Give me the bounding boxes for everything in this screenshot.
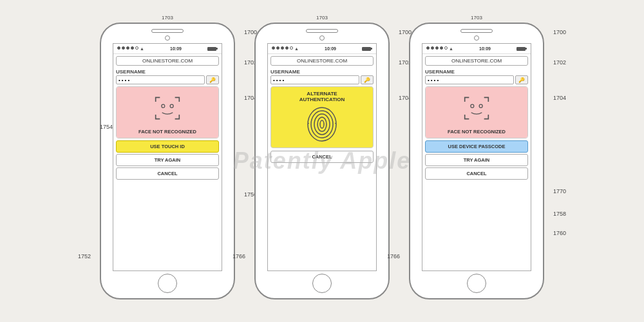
status-time-3: 10:09 xyxy=(479,46,491,51)
dot4 xyxy=(131,46,134,50)
phone-home-button-3[interactable] xyxy=(467,274,486,293)
svg-point-2 xyxy=(308,108,336,141)
dot2-5 xyxy=(290,46,293,50)
signal-dots-3: ▲ xyxy=(426,46,453,51)
phone-camera-3 xyxy=(474,35,479,41)
signal-dots-2: ▲ xyxy=(272,46,299,51)
cancel-button-2[interactable]: CANCEL xyxy=(270,151,374,163)
password-row-2: •••• 🔑 xyxy=(268,75,376,84)
svg-point-10 xyxy=(479,104,482,108)
fingerprint-card: ALTERNATE AUTHENTICATION xyxy=(270,86,374,148)
ref3-1704: 1704 xyxy=(553,95,566,101)
use-device-passcode-button[interactable]: USE DEVICE PASSCODE xyxy=(425,140,528,153)
ref-1754: 1754 xyxy=(100,124,113,130)
phone-top-3 xyxy=(410,24,543,41)
screen-2: ▲ 10:09 ONLINESTORE.COM USERNAME •••• 🔑 xyxy=(267,43,377,271)
svg-point-5 xyxy=(317,117,327,131)
status-bar-3: ▲ 10:09 xyxy=(422,44,531,54)
battery xyxy=(207,47,218,51)
password-dots: •••• xyxy=(118,77,131,83)
cancel-button-3[interactable]: CANCEL xyxy=(425,167,528,180)
try-again-button-3[interactable]: TRY AGAIN xyxy=(425,154,528,166)
face-icon-area-3 xyxy=(426,87,527,128)
dot5 xyxy=(135,46,138,50)
ref-1700: 1700 xyxy=(244,29,257,35)
dot2-4 xyxy=(285,46,289,50)
url-input-3[interactable]: ONLINESTORE.COM xyxy=(425,56,528,66)
key-button-3[interactable]: 🔑 xyxy=(515,75,528,84)
dot2-3 xyxy=(281,46,284,50)
status-time-2: 10:09 xyxy=(325,46,336,51)
ref3-1758: 1758 xyxy=(553,211,566,217)
cancel-button[interactable]: CANCEL xyxy=(116,167,219,180)
status-bar-2: ▲ 10:09 xyxy=(268,44,376,54)
ref3-1700: 1700 xyxy=(553,29,566,35)
key-button-2[interactable]: 🔑 xyxy=(361,75,374,84)
battery-body-3 xyxy=(516,47,526,51)
username-label: USERNAME xyxy=(113,68,222,75)
password-box-2[interactable]: •••• xyxy=(270,75,359,84)
ref-1752: 1752 xyxy=(78,253,91,260)
phone-top xyxy=(101,24,234,41)
phone-camera xyxy=(165,35,170,41)
username-label-3: USERNAME xyxy=(422,68,531,75)
signal-dots: ▲ xyxy=(117,46,144,51)
face-card-3: FACE NOT RECOGNIZED xyxy=(425,86,528,138)
battery-3 xyxy=(516,47,527,51)
dot3-1 xyxy=(426,46,430,50)
ref2-1703: 1703 xyxy=(316,15,328,21)
screen-3: ▲ 10:09 ONLINESTORE.COM USERNAME •••• 🔑 xyxy=(422,43,531,271)
fingerprint-svg xyxy=(305,105,340,144)
ref2-left: 1766 xyxy=(232,253,245,260)
status-time: 10:09 xyxy=(170,46,182,51)
phone-1: 1703 1700 1702 1704 1756 1752 1754 ▲ 10: xyxy=(100,23,235,299)
dot1 xyxy=(117,46,120,50)
dot3-2 xyxy=(431,46,434,50)
url-bar-3: ONLINESTORE.COM xyxy=(422,54,531,68)
url-input[interactable]: ONLINESTORE.COM xyxy=(116,56,219,66)
dot2 xyxy=(122,46,125,50)
fp-title: ALTERNATE AUTHENTICATION xyxy=(299,91,345,102)
ref3-1760: 1760 xyxy=(553,230,566,236)
url-bar: ONLINESTORE.COM xyxy=(113,54,222,68)
phone-speaker-3 xyxy=(460,29,493,33)
wifi-icon: ▲ xyxy=(140,46,144,51)
battery-tip xyxy=(216,48,218,50)
phone-home-button-2[interactable] xyxy=(312,274,332,293)
ref-1703: 1703 xyxy=(162,15,173,21)
face-icon-area xyxy=(117,87,218,128)
ref2-1700: 1700 xyxy=(399,29,412,35)
dot2-1 xyxy=(272,46,275,50)
ref3-left: 1766 xyxy=(387,253,400,260)
phone-speaker xyxy=(151,29,184,33)
dot3 xyxy=(126,46,129,50)
key-button[interactable]: 🔑 xyxy=(206,75,219,84)
use-touch-id-button[interactable]: USE TOUCH ID xyxy=(116,140,219,153)
battery-body-2 xyxy=(362,47,371,51)
phone-top-2 xyxy=(256,24,388,41)
face-card-1: FACE NOT RECOGNIZED xyxy=(116,86,219,138)
face-id-svg xyxy=(151,92,184,124)
phone-home-button[interactable] xyxy=(158,274,177,293)
face-not-recognized: FACE NOT RECOGNIZED xyxy=(117,128,218,138)
svg-point-6 xyxy=(320,120,324,128)
ref3-1770: 1770 xyxy=(553,188,566,194)
ref3-1703: 1703 xyxy=(471,15,482,21)
page-container: Patently Apple 1703 1700 1702 1704 1756 … xyxy=(0,0,644,322)
dot3-5 xyxy=(444,46,448,50)
password-dots-2: •••• xyxy=(273,77,285,83)
password-dots-3: •••• xyxy=(428,77,440,83)
status-bar: ▲ 10:09 xyxy=(113,44,222,54)
face-id-svg-3 xyxy=(460,92,493,124)
face-not-recognized-3: FACE NOT RECOGNIZED xyxy=(426,128,527,138)
svg-point-0 xyxy=(162,104,165,108)
url-input-2[interactable]: ONLINESTORE.COM xyxy=(270,56,374,66)
svg-point-9 xyxy=(471,104,474,108)
password-box-3[interactable]: •••• xyxy=(425,75,514,84)
battery-body xyxy=(207,47,216,51)
try-again-button[interactable]: TRY AGAIN xyxy=(116,154,219,166)
screen-1: ▲ 10:09 ONLINESTORE.COM USERNAME •••• 🔑 xyxy=(113,43,222,271)
battery-2 xyxy=(362,47,372,51)
password-box[interactable]: •••• xyxy=(116,75,205,84)
battery-tip-3 xyxy=(526,48,527,50)
